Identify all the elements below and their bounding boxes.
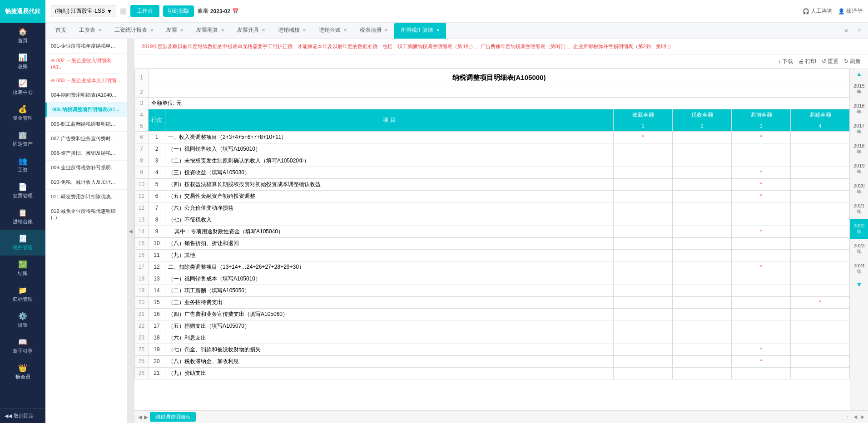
switch-old-button[interactable]: 切到旧版 <box>163 5 194 17</box>
left-panel-item-005[interactable]: 005-纳税调整项目明细表(A1... <box>45 103 127 117</box>
support-link[interactable]: 🎧 人工咨询 <box>803 7 833 15</box>
left-panel-item-009[interactable]: 009-企业所得税弥补亏损明... <box>45 161 127 175</box>
year-2015[interactable]: 2015年 <box>850 79 868 99</box>
tab-close-invoice[interactable]: ✕ <box>180 28 184 33</box>
year-2022[interactable]: 2022年 <box>850 219 868 239</box>
tab-close-purchase-ledger[interactable]: ✕ <box>343 28 347 33</box>
table-row[interactable]: 13 8 （七）不征税收入 <box>135 214 850 226</box>
sheet-tab-tax-adjustment[interactable]: 纳税调整明细表 <box>150 412 196 422</box>
spreadsheet-container[interactable]: 1 纳税调整项目明细表(A105000) 2 <box>134 69 850 410</box>
copy-icon[interactable]: ⬜ <box>120 8 127 15</box>
table-row[interactable]: 14 9 其中：专项用途财政性资金（填写A105040） * <box>135 226 850 237</box>
table-row[interactable]: 20 15 （三）业务招待费支出 * <box>135 296 850 308</box>
left-panel-item-012[interactable]: 012-减免企业所得税优惠明细(..) <box>45 204 127 224</box>
tab-invoice-calc[interactable]: 发票测算 ✕ <box>190 23 231 39</box>
tab-income-tax[interactable]: 所得税汇算缴 ✕ <box>394 23 446 39</box>
table-row[interactable]: 22 17 （五）捐赠支出（填写A105070） <box>135 320 850 332</box>
tab-close-salary[interactable]: ✕ <box>98 28 102 33</box>
sheet-nav-prev[interactable]: ◀ <box>138 414 142 420</box>
calendar-icon[interactable]: 📅 <box>232 8 239 15</box>
tab-salary[interactable]: 工资表 ✕ <box>73 23 108 39</box>
tab-close-salary-report[interactable]: ✕ <box>150 28 154 33</box>
tab-close-invoice-calc[interactable]: ✕ <box>221 28 224 33</box>
tab-check[interactable]: 进销稽核 ✕ <box>272 23 312 39</box>
refresh-button[interactable]: ↻ 刷新 <box>844 58 861 65</box>
sidebar-item-archive[interactable]: 📁 归档管理 <box>0 281 45 307</box>
download-button[interactable]: ↓ 下载 <box>778 58 793 65</box>
table-row[interactable]: 11 6 （五）交易性金融资产初始投资调整 * <box>135 190 850 202</box>
tab-close-tax-clearance[interactable]: ✕ <box>384 28 388 33</box>
left-panel-item-001[interactable]: 001-企业所得税年度纳税申... <box>45 39 127 54</box>
year-2024[interactable]: 2024年 <box>850 259 868 279</box>
sidebar-item-guide[interactable]: 📖 新手引导 <box>0 333 45 359</box>
sidebar-item-salary[interactable]: 👥 工资 <box>0 152 45 178</box>
tab-purchase-ledger[interactable]: 进销台账 ✕ <box>312 23 353 39</box>
table-row[interactable]: 25 20 （八）税收滞纳金、加收利息 * <box>135 355 850 367</box>
year-2023[interactable]: 2023年 <box>850 239 868 259</box>
sidebar-item-assets[interactable]: 🏢 固定资产 <box>0 126 45 152</box>
print-button[interactable]: 🖨 打印 <box>799 58 816 65</box>
year-2017[interactable]: 2017年 <box>850 119 868 139</box>
table-row[interactable]: 26 21 （九）赞助支出 <box>135 367 850 379</box>
year-2016[interactable]: 2016年 <box>850 99 868 119</box>
left-panel-item-011[interactable]: 011-研发费用加计扣除优惠... <box>45 190 127 204</box>
table-row[interactable]: 25 19 （七）罚金、罚款和被没收财物的损失 * <box>135 344 850 355</box>
table-row[interactable]: 17 12 二、扣除类调整项目（13+14+…24+26+27+28+29+30… <box>135 261 850 273</box>
close-all-tabs-icon[interactable]: ✕ <box>840 26 852 36</box>
tab-tax-clearance[interactable]: 税表清册 ✕ <box>353 23 394 39</box>
sidebar-item-tax[interactable]: 🧾 税务管理 <box>0 230 45 256</box>
sidebar-item-reports[interactable]: 📈 报表中心 <box>0 74 45 100</box>
left-panel-item-008[interactable]: 008-资产折旧、摊销及纳税... <box>45 146 127 161</box>
left-panel-item-004[interactable]: 004-期间费用明细表(A1040... <box>45 88 127 103</box>
workspace-button[interactable]: 工作台 <box>130 5 159 17</box>
sidebar-item-closing[interactable]: 💹 结账 <box>0 256 45 281</box>
left-panel-item-006[interactable]: 006-职工薪酬纳税调整明细... <box>45 117 127 132</box>
year-2018[interactable]: 2018年 <box>850 139 868 159</box>
tab-menu-icon[interactable]: ≡ <box>854 26 864 36</box>
sidebar-item-inventory[interactable]: 📋 进销台账 <box>0 204 45 230</box>
year-scroll-up[interactable]: ▲ <box>850 69 868 79</box>
company-selector[interactable]: (物副) 江西股宝-LSS ▼ <box>51 5 116 17</box>
table-row[interactable]: 8 3 （二）未按权责发生制原则确认的收入（填写A105020①） <box>135 155 850 167</box>
sheet-nav-next[interactable]: ▶ <box>144 414 148 420</box>
left-panel-item-003[interactable]: ⊗ 003-一般企业成本支出明细... <box>45 74 127 88</box>
user-avatar[interactable]: 👤 徐泽华 <box>838 7 863 15</box>
col-header-project: 项 目 <box>165 109 614 131</box>
table-row[interactable]: 10 5 （四）按权益法核算长期股权投资对初始投资成本调整确认收益 * <box>135 178 850 190</box>
table-row[interactable]: 23 18 （六）利息支出 <box>135 332 850 344</box>
table-row[interactable]: 18 13 （一）视同销售成本（填写A105010） <box>135 273 850 285</box>
tab-invoice[interactable]: 发票 ✕ <box>160 23 190 39</box>
tab-invoice-issue[interactable]: 发票开具 ✕ <box>231 23 272 39</box>
table-row[interactable]: 21 16 （四）广告费和业务宣传费支出（填写A105060） <box>135 308 850 320</box>
unpin-button[interactable]: ◀◀ 取消固定 <box>0 409 45 423</box>
tab-close-income-tax[interactable]: ✕ <box>436 28 440 33</box>
left-panel-item-010[interactable]: 010-免税、减计收入及加计... <box>45 175 127 190</box>
table-row[interactable]: 19 14 （二）职工薪酬（填写A105050） <box>135 285 850 296</box>
year-scroll-down[interactable]: ▼ <box>850 279 868 290</box>
reset-button[interactable]: ↺ 重置 <box>822 58 838 65</box>
tab-home[interactable]: 首页 <box>49 23 73 39</box>
sidebar-item-settings[interactable]: ⚙️ 设置 <box>0 307 45 333</box>
tab-close-check[interactable]: ✕ <box>303 28 306 33</box>
table-row[interactable]: 9 4 （三）投资收益（填写A105030） * <box>135 167 850 178</box>
table-row[interactable]: 7 2 （一）视同销售收入（填写A105010） <box>135 143 850 155</box>
year-2021[interactable]: 2021年 <box>850 199 868 219</box>
left-panel-item-002[interactable]: ⊗ 002-一般企业收入明细表(A1... <box>45 54 127 74</box>
sidebar-item-home[interactable]: 🏠 首页 <box>0 23 45 49</box>
sidebar-item-finance[interactable]: 💰 资金管理 <box>0 100 45 126</box>
table-row[interactable]: 6 1 一、收入类调整项目（2+3+4+5+6+7+8+10+11） * * <box>135 131 850 143</box>
table-row[interactable]: 16 11 （九）其他 <box>135 249 850 261</box>
year-2019[interactable]: 2019年 <box>850 159 868 179</box>
sidebar-item-vip[interactable]: 👑 畅会员 <box>0 359 45 385</box>
tab-close-invoice-issue[interactable]: ✕ <box>262 28 265 33</box>
tab-salary-report[interactable]: 工资统计报表 ✕ <box>108 23 160 39</box>
year-2020[interactable]: 2020年 <box>850 179 868 199</box>
table-row[interactable]: 15 10 （八）销售折扣、折让和退回 <box>135 237 850 249</box>
table-row[interactable]: 12 7 （六）公允价值变动净损益 <box>135 202 850 214</box>
scroll-left-icon[interactable]: ◀ <box>853 414 857 420</box>
sidebar-item-invoice[interactable]: 📄 发票管理 <box>0 178 45 204</box>
left-panel-item-007[interactable]: 007-广告费和业务宣传费时... <box>45 132 127 146</box>
panel-collapse-toggle[interactable]: ◀ <box>127 39 134 423</box>
sidebar-item-ledger[interactable]: 📊 总账 <box>0 49 45 74</box>
scroll-right-icon[interactable]: ▶ <box>861 414 864 420</box>
